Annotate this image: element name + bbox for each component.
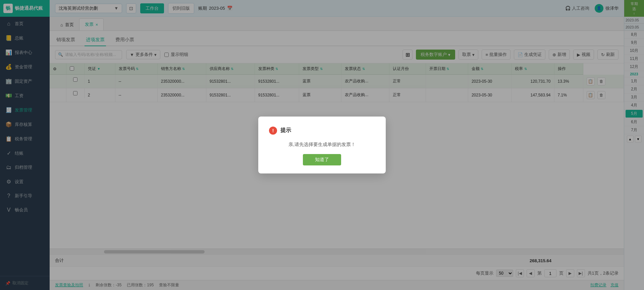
alert-modal: ! 提示 亲,请先选择要生成单据的发票！ 知道了 (258, 117, 386, 173)
modal-message: 亲,请先选择要生成单据的发票！ (288, 141, 356, 148)
modal-confirm-button[interactable]: 知道了 (303, 154, 341, 165)
modal-title: 提示 (280, 127, 291, 134)
modal-overlay: ! 提示 亲,请先选择要生成单据的发票！ 知道了 (0, 0, 644, 290)
warning-icon: ! (269, 127, 277, 135)
modal-title-row: ! 提示 (269, 127, 375, 135)
